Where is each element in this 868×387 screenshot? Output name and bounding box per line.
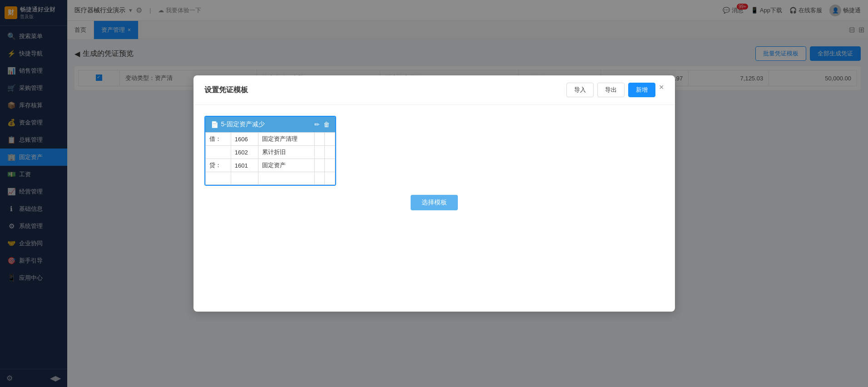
entry-debit-3 [315, 159, 325, 172]
template-card-actions: ✏ 🗑 [314, 121, 330, 128]
entry-account-2: 累计折旧 [258, 146, 314, 159]
modal-title: 设置凭证模板 [204, 85, 248, 95]
entry-debit-1 [315, 133, 325, 146]
modal-toolbar: 导入 导出 新增 × [566, 83, 664, 97]
template-name: 5-固定资产减少 [221, 120, 265, 129]
export-btn[interactable]: 导出 [597, 83, 625, 97]
import-btn[interactable]: 导入 [566, 83, 594, 97]
entry-account-1: 固定资产清理 [258, 133, 314, 146]
entry-account-3: 固定资产 [258, 159, 314, 172]
template-entries-table: 借： 1606 固定资产清理 1602 累计折旧 贷： [205, 132, 335, 185]
entry-type-1: 借： [205, 133, 231, 146]
template-doc-icon: 📄 [211, 121, 218, 128]
entry-credit-4 [325, 172, 335, 185]
template-entry-row-1: 借： 1606 固定资产清理 [205, 133, 335, 146]
entry-code-4 [231, 172, 258, 185]
modal-close-btn[interactable]: × [659, 83, 664, 97]
entry-debit-4 [315, 172, 325, 185]
template-entry-row-4 [205, 172, 335, 185]
voucher-template-modal: 设置凭证模板 导入 导出 新增 × 📄 5-固定资产减少 ✏ 🗑 [193, 75, 675, 312]
template-edit-icon[interactable]: ✏ [314, 121, 320, 128]
template-entry-row-2: 1602 累计折旧 [205, 146, 335, 159]
template-card-title: 📄 5-固定资产减少 [211, 120, 265, 129]
entry-credit-1 [325, 133, 335, 146]
template-card-header: 📄 5-固定资产减少 ✏ 🗑 [205, 117, 335, 132]
template-delete-icon[interactable]: 🗑 [323, 121, 330, 128]
entry-code-2: 1602 [231, 146, 258, 159]
entry-type-2 [205, 146, 231, 159]
entry-code-1: 1606 [231, 133, 258, 146]
entry-debit-2 [315, 146, 325, 159]
modal-body: 📄 5-固定资产减少 ✏ 🗑 借： 1606 固定资产清理 [193, 105, 675, 312]
new-btn[interactable]: 新增 [628, 83, 655, 97]
template-entry-row-3: 贷： 1601 固定资产 [205, 159, 335, 172]
entry-account-4 [258, 172, 314, 185]
entry-type-4 [205, 172, 231, 185]
template-card: 📄 5-固定资产减少 ✏ 🗑 借： 1606 固定资产清理 [204, 116, 336, 186]
entry-credit-3 [325, 159, 335, 172]
entry-type-3: 贷： [205, 159, 231, 172]
entry-code-3: 1601 [231, 159, 258, 172]
modal-header: 设置凭证模板 导入 导出 新增 × [193, 75, 675, 105]
entry-credit-2 [325, 146, 335, 159]
select-template-btn[interactable]: 选择模板 [411, 195, 458, 210]
